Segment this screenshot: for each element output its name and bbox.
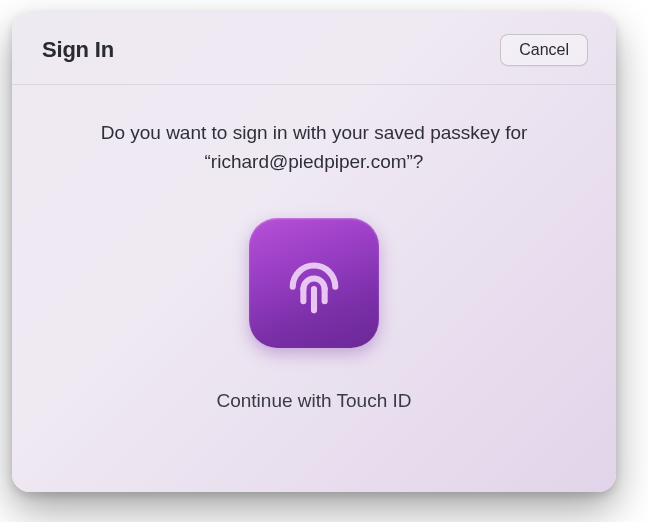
dialog-title: Sign In [42,37,114,63]
dialog-content: Do you want to sign in with your saved p… [12,85,616,492]
touch-id-instruction: Continue with Touch ID [216,390,411,412]
touch-id-button[interactable] [249,218,379,348]
passkey-prompt-text: Do you want to sign in with your saved p… [64,119,564,176]
fingerprint-icon [276,245,352,321]
dialog-header: Sign In Cancel [12,12,616,85]
sign-in-dialog: Sign In Cancel Do you want to sign in wi… [12,12,616,492]
cancel-button[interactable]: Cancel [500,34,588,66]
